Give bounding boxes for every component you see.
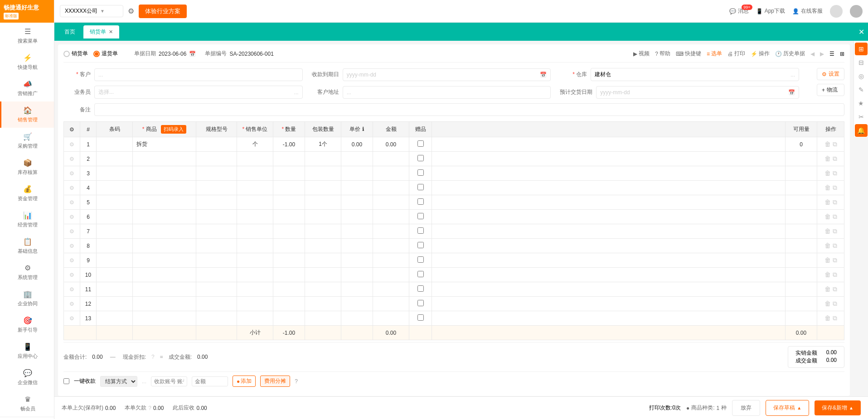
copy-icon-1[interactable]: ⧉ [833, 155, 837, 163]
row-unit-7[interactable] [237, 239, 273, 253]
row-settings-10[interactable]: ⚙ [64, 282, 80, 297]
row-spec-5[interactable] [196, 210, 237, 224]
row-barcode-4[interactable] [97, 195, 133, 210]
row-pack-12[interactable] [305, 311, 341, 326]
row-price-2[interactable] [341, 166, 373, 181]
row-amount-6[interactable] [373, 224, 409, 239]
row-qty-5[interactable] [273, 210, 305, 224]
delete-icon-2[interactable]: 🗑 [824, 169, 831, 177]
scan-btn[interactable]: 扫码录入 [161, 125, 186, 134]
row-desc-3[interactable] [432, 181, 786, 195]
row-desc-1[interactable] [432, 152, 786, 166]
row-spec-7[interactable] [196, 239, 237, 253]
row-settings-2[interactable]: ⚙ [64, 166, 80, 181]
row-gift-0[interactable] [409, 137, 432, 152]
row-amount-8[interactable] [373, 253, 409, 268]
row-barcode-9[interactable] [97, 268, 133, 282]
action-print[interactable]: 🖨 打印 [727, 50, 745, 58]
row-qty-3[interactable] [273, 181, 305, 195]
row-desc-12[interactable] [432, 311, 786, 326]
row-desc-6[interactable] [432, 224, 786, 239]
row-pack-1[interactable] [305, 152, 341, 166]
row-desc-11[interactable] [432, 297, 786, 311]
row-gift-12[interactable] [409, 311, 432, 326]
row-amount-9[interactable] [373, 268, 409, 282]
logistics-button[interactable]: + 物流 [817, 84, 844, 96]
row-pack-5[interactable] [305, 210, 341, 224]
row-product-10[interactable] [133, 282, 196, 297]
copy-icon-6[interactable]: ⧉ [833, 227, 837, 235]
row-spec-0[interactable] [196, 137, 237, 152]
row-pack-6[interactable] [305, 224, 341, 239]
gift-checkbox-0[interactable] [417, 140, 424, 147]
row-barcode-11[interactable] [97, 297, 133, 311]
row-settings-9[interactable]: ⚙ [64, 268, 80, 282]
right-panel-icon-6[interactable]: ✂ [855, 111, 868, 123]
row-gift-11[interactable] [409, 297, 432, 311]
row-amount-3[interactable] [373, 181, 409, 195]
row-spec-12[interactable] [196, 311, 237, 326]
customer-input[interactable]: ... [94, 68, 303, 81]
gift-checkbox-4[interactable] [417, 198, 424, 205]
gift-checkbox-8[interactable] [417, 256, 424, 263]
row-pack-4[interactable] [305, 195, 341, 210]
sidebar-item-search[interactable]: ☰ 搜索菜单 [0, 23, 54, 49]
row-unit-3[interactable] [237, 181, 273, 195]
row-product-8[interactable] [133, 253, 196, 268]
gift-checkbox-2[interactable] [417, 169, 424, 176]
row-barcode-8[interactable] [97, 253, 133, 268]
action-video[interactable]: ▶ 视频 [633, 50, 650, 58]
row-price-12[interactable] [341, 311, 373, 326]
row-desc-10[interactable] [432, 282, 786, 297]
row-price-5[interactable] [341, 210, 373, 224]
header-online-service[interactable]: 👤 在线客服 [792, 7, 823, 15]
radio-return-order[interactable]: 退货单 [93, 50, 118, 58]
header-company-selector[interactable]: XXXXXX公司 ▼ [60, 5, 123, 17]
sidebar-item-member[interactable]: ♛ 畅会员 [0, 390, 54, 417]
expense-split-btn[interactable]: 费用分摊 [260, 376, 290, 387]
row-qty-0[interactable]: -1.00 [273, 137, 305, 152]
radio-sales-order[interactable]: 销货单 [63, 50, 88, 58]
header-gear-icon[interactable]: ⚙ [128, 7, 134, 15]
delete-icon-4[interactable]: 🗑 [824, 198, 831, 206]
row-gift-1[interactable] [409, 152, 432, 166]
row-price-4[interactable] [341, 195, 373, 210]
row-amount-2[interactable] [373, 166, 409, 181]
gift-checkbox-3[interactable] [417, 184, 424, 190]
row-gift-5[interactable] [409, 210, 432, 224]
right-panel-icon-4[interactable]: ✎ [855, 83, 868, 96]
sidebar-item-finance[interactable]: 💰 资金管理 [0, 180, 54, 207]
action-operate[interactable]: ⚡ 操作 [751, 50, 770, 58]
row-product-12[interactable] [133, 311, 196, 326]
order-debit-help[interactable]: ? [148, 405, 151, 411]
row-price-10[interactable] [341, 282, 373, 297]
copy-icon-11[interactable]: ⧉ [833, 300, 837, 308]
row-product-11[interactable] [133, 297, 196, 311]
row-amount-10[interactable] [373, 282, 409, 297]
row-barcode-6[interactable] [97, 224, 133, 239]
row-qty-12[interactable] [273, 311, 305, 326]
row-spec-2[interactable] [196, 166, 237, 181]
view-grid-icon[interactable]: ⊞ [840, 51, 844, 57]
row-desc-7[interactable] [432, 239, 786, 253]
row-pack-10[interactable] [305, 282, 341, 297]
row-unit-9[interactable] [237, 268, 273, 282]
row-gift-3[interactable] [409, 181, 432, 195]
warehouse-input[interactable]: 建材仓 ... [591, 68, 799, 81]
delete-icon-8[interactable]: 🗑 [824, 256, 831, 264]
row-spec-8[interactable] [196, 253, 237, 268]
tab-sales-order[interactable]: 销货单 ✕ [83, 25, 119, 39]
row-unit-2[interactable] [237, 166, 273, 181]
copy-icon-7[interactable]: ⧉ [833, 242, 837, 250]
delete-icon-7[interactable]: 🗑 [824, 242, 831, 250]
payment-account-input[interactable] [151, 376, 187, 386]
row-unit-1[interactable] [237, 152, 273, 166]
action-help[interactable]: ? 帮助 [655, 50, 670, 58]
sidebar-item-enterprise[interactable]: 🏢 企业协同 [0, 285, 54, 312]
gift-checkbox-7[interactable] [417, 242, 424, 248]
row-desc-4[interactable] [432, 195, 786, 210]
row-settings-5[interactable]: ⚙ [64, 210, 80, 224]
row-amount-4[interactable] [373, 195, 409, 210]
abandon-btn[interactable]: 放弃 [732, 400, 760, 416]
row-amount-12[interactable] [373, 311, 409, 326]
